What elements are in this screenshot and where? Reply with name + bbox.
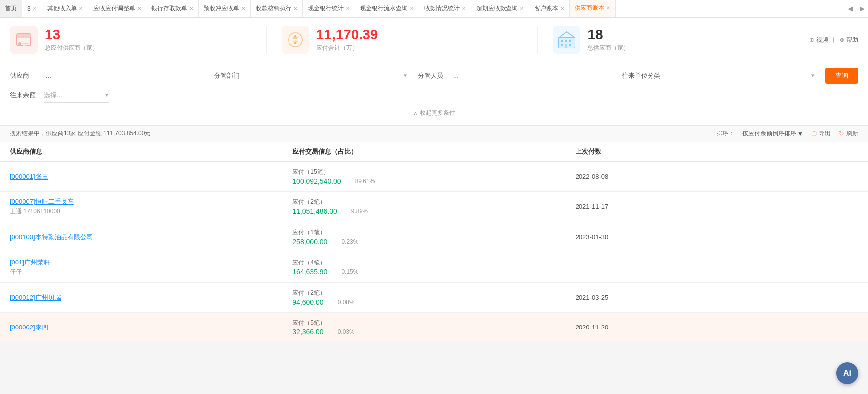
supplier-link[interactable]: [000002]李四 xyxy=(10,323,292,332)
summary-card-payable-total: 11,170.39 应付合计（万） xyxy=(267,26,538,54)
nav-tab-other-income-label: 其他收入单 xyxy=(47,4,77,13)
close-icon[interactable]: ✕ xyxy=(79,6,83,11)
svg-point-5 xyxy=(289,33,302,47)
nav-tab-cash-bank-stats-label: 现金银行统计 xyxy=(308,4,344,13)
filter-row-1: 供应商 分管部门 ▼ 分管人员 往来单位分类 ▼ 查询 xyxy=(10,68,858,84)
close-icon[interactable]: ✕ xyxy=(520,6,524,11)
close-icon[interactable]: ✕ xyxy=(33,6,37,11)
svg-marker-16 xyxy=(559,32,575,38)
nav-tab-home[interactable]: 首页 xyxy=(0,0,22,18)
supplier-link[interactable]: [000100]本特勤油品有限公司 xyxy=(10,233,292,242)
top-navigation: 首页 3 ✕ 其他收入单 ✕ 应收应付调整单 ✕ 银行存取款单 ✕ 预收冲应收单… xyxy=(0,0,868,18)
table-row: [000007]恒旺二手叉车 王通 17106110000 应付（2笔） 11,… xyxy=(0,192,868,222)
nav-tab-supplier-ledger[interactable]: 供应商账本 ✕ xyxy=(570,0,616,18)
nav-prev-button[interactable]: ◀ xyxy=(844,0,856,18)
trans-pct: 9.89% xyxy=(351,208,368,215)
close-icon[interactable]: ✕ xyxy=(560,6,564,11)
supplier-sub-info: 仔仔 xyxy=(10,268,292,276)
svg-point-6 xyxy=(294,35,296,37)
divider: | xyxy=(833,36,835,43)
nav-tab-prepay[interactable]: 预收冲应收单 ✕ xyxy=(199,0,251,18)
col-header-lastpay: 上次付数 xyxy=(576,147,858,156)
supplier-link[interactable]: [001]广州荣轩 xyxy=(10,258,292,267)
close-icon[interactable]: ✕ xyxy=(293,6,297,11)
nav-tab-bank-deposit[interactable]: 银行存取款单 ✕ xyxy=(146,0,199,18)
collapse-more-button[interactable]: ∧ 收起更多条件 xyxy=(10,107,858,119)
supplier-filter: 供应商 xyxy=(10,68,204,83)
query-button[interactable]: 查询 xyxy=(825,68,858,84)
close-icon[interactable]: ✕ xyxy=(241,6,245,11)
unit-category-select[interactable]: ▼ xyxy=(664,68,816,83)
supplier-link[interactable]: [000007]恒旺二手叉车 xyxy=(10,197,292,206)
total-suppliers-info: 18 总供应商（家） xyxy=(587,27,629,52)
close-icon[interactable]: ✕ xyxy=(410,6,414,11)
refresh-button[interactable]: ↻ 刷新 xyxy=(839,130,858,138)
table-header: 供应商信息 应付交易信息（占比） 上次付数 xyxy=(0,142,868,162)
trans-pct: 0.08% xyxy=(338,299,355,306)
col-header-supplier: 供应商信息 xyxy=(10,147,292,156)
trans-amount[interactable]: 11,051,486.00 xyxy=(292,207,337,215)
lastpay-cell: 2022-08-08 xyxy=(576,173,858,180)
supplier-cell: [000002]李四 xyxy=(10,323,292,332)
nav-tab-cash-bank-stats[interactable]: 现金银行统计 ✕ xyxy=(303,0,355,18)
person-filter-label: 分管人员 xyxy=(418,71,447,80)
balance-select-text: 选择... xyxy=(44,91,102,100)
close-icon[interactable]: ✕ xyxy=(462,6,466,11)
help-link[interactable]: ⊙ 帮助 xyxy=(840,36,858,44)
summary-card-total-suppliers: 18 总供应商（家） xyxy=(538,26,809,54)
nav-tab-adjustment-label: 应收应付调整单 xyxy=(93,4,135,13)
svg-rect-14 xyxy=(565,44,567,48)
nav-tab-cash-flow-query[interactable]: 现金银行流水查询 ✕ xyxy=(355,0,419,18)
chevron-down-icon: ▼ xyxy=(403,73,408,78)
trans-label: 应付（2笔） xyxy=(292,289,575,297)
nav-tab-3[interactable]: 3 ✕ xyxy=(22,0,42,18)
nav-tab-overdue-query[interactable]: 超期应收款查询 ✕ xyxy=(471,0,529,18)
nav-tab-adjustment[interactable]: 应收应付调整单 ✕ xyxy=(88,0,146,18)
supplier-cell: [000007]恒旺二手叉车 王通 17106110000 xyxy=(10,197,292,216)
supplier-input[interactable] xyxy=(44,68,204,83)
close-icon[interactable]: ✕ xyxy=(606,5,610,11)
supplier-link[interactable]: [000012]广州贝瑞 xyxy=(10,293,292,302)
trans-amount[interactable]: 258,000.00 xyxy=(292,238,327,246)
video-link[interactable]: ⊙ 视频 xyxy=(809,36,828,44)
transaction-cell: 应付（4笔） 164,635.90 0.15% xyxy=(292,259,575,276)
supplier-cell: [000012]广州贝瑞 xyxy=(10,293,292,302)
export-button[interactable]: ⬡ 导出 xyxy=(811,130,831,138)
nav-tab-receipt-stats[interactable]: 收款情况统计 ✕ xyxy=(419,0,471,18)
nav-tab-other-income[interactable]: 其他收入单 ✕ xyxy=(42,0,88,18)
sort-label: 排序： xyxy=(717,130,734,138)
svg-rect-1 xyxy=(17,34,31,38)
close-icon[interactable]: ✕ xyxy=(137,6,141,11)
refresh-icon: ↻ xyxy=(839,130,844,137)
trans-amount[interactable]: 32,366.00 xyxy=(292,328,323,336)
balance-filter: 往来余额 选择... ▼ xyxy=(10,88,109,103)
refresh-label: 刷新 xyxy=(846,130,858,138)
trans-row: 94,600.00 0.08% xyxy=(292,298,575,306)
nav-tab-prepay-label: 预收冲应收单 xyxy=(204,4,239,13)
svg-rect-3 xyxy=(23,43,29,44)
close-icon[interactable]: ✕ xyxy=(346,6,350,11)
chevron-down-icon: ▼ xyxy=(810,73,815,78)
dept-select[interactable]: ▼ xyxy=(248,68,408,83)
nav-tab-customer-ledger[interactable]: 客户账本 ✕ xyxy=(529,0,570,18)
supplier-cell: [000001]张三 xyxy=(10,172,292,181)
summary-card-payable-suppliers: 13 总应付供应商（家） xyxy=(10,26,267,54)
sort-select[interactable]: 按应付余额倒序排序 ▼ xyxy=(742,130,803,138)
nav-tab-collection[interactable]: 收款核销执行 ✕ xyxy=(251,0,303,18)
balance-select[interactable]: 选择... ▼ xyxy=(44,88,109,103)
close-icon[interactable]: ✕ xyxy=(189,6,193,11)
export-icon: ⬡ xyxy=(811,130,817,137)
transaction-cell: 应付（5笔） 32,366.00 0.03% xyxy=(292,319,575,336)
trans-amount[interactable]: 164,635.90 xyxy=(292,268,327,276)
total-suppliers-number: 18 xyxy=(587,27,629,43)
nav-next-button[interactable]: ▶ xyxy=(856,0,868,18)
person-input[interactable] xyxy=(451,68,612,83)
lastpay-cell: 2020-11-20 xyxy=(576,324,858,331)
dept-filter: 分管部门 ▼ xyxy=(214,68,408,83)
transaction-cell: 应付（15笔） 100,092,540.00 89.61% xyxy=(292,168,575,185)
trans-amount[interactable]: 100,092,540.00 xyxy=(292,177,341,185)
trans-amount[interactable]: 94,600.00 xyxy=(292,298,323,306)
supplier-link[interactable]: [000001]张三 xyxy=(10,172,292,181)
table-row: [000002]李四 应付（5笔） 32,366.00 0.03% 2020-1… xyxy=(0,313,868,342)
total-suppliers-label: 总供应商（家） xyxy=(587,44,629,52)
